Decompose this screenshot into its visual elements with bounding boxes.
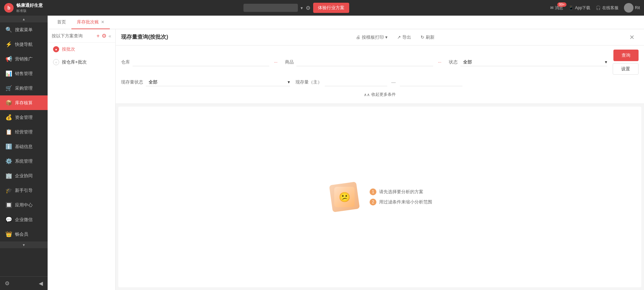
sidebar-item-purchase[interactable]: 🛒 采购管理 xyxy=(0,81,48,95)
scheme-panel-title: 按以下方案查询 xyxy=(52,33,95,39)
scheme-item-by-batch[interactable]: ● 按批次 xyxy=(48,43,115,56)
top-bar-center: ▾ ⚙ 体验行业方案 xyxy=(243,3,349,13)
sidebar-label-operation: 经营管理 xyxy=(15,129,33,135)
settings-icon-btn[interactable]: ⚙ xyxy=(306,5,310,11)
tab-home[interactable]: 首页 xyxy=(52,16,71,29)
sidebar-item-sales[interactable]: 📊 销售管理 xyxy=(0,66,48,81)
scheme-add-icon: + xyxy=(97,33,100,39)
user-avatar xyxy=(624,3,633,13)
sidebar-collapse-btn[interactable]: ◀ xyxy=(39,280,43,287)
status-dropdown-icon: ▾ xyxy=(605,59,607,65)
messages-item[interactable]: ✉ 消息 99+ xyxy=(550,5,563,11)
sidebar-scroll-up[interactable]: ▲ xyxy=(0,16,48,22)
top-bar: b 畅康通好生意 标准版 ▾ ⚙ 体验行业方案 ✉ 消息 99+ 📱 App下载… xyxy=(0,0,644,16)
sidebar-item-new-guide[interactable]: 🎓 新手引导 xyxy=(0,183,48,198)
stock-status-filter-group: 现存量状态 全部 ▾ xyxy=(121,78,290,86)
stock-qty-label: 现存量（主） xyxy=(295,79,322,85)
messages-badge: 99+ xyxy=(557,2,566,7)
brand-edition: 标准版 xyxy=(16,8,43,13)
sidebar-item-enterprise-wechat[interactable]: 💬 企业微信 xyxy=(0,212,48,227)
warehouse-input[interactable] xyxy=(133,58,269,66)
collapse-label: 收起更多条件 xyxy=(371,92,396,97)
product-input[interactable] xyxy=(296,58,433,66)
new-guide-icon: 🎓 xyxy=(5,187,12,194)
settings-button[interactable]: 设置 xyxy=(613,63,639,75)
warehouse-filter-group: 仓库 ··· xyxy=(121,58,279,66)
scheme-panel: 按以下方案查询 + ⚙ « ● 按批次 ○ xyxy=(48,29,116,290)
hint-text-1: 请先选择要分析的方案 xyxy=(379,189,423,195)
stock-qty-dash: — xyxy=(390,80,397,85)
trial-button[interactable]: 体验行业方案 xyxy=(313,3,349,13)
sidebar-item-finance[interactable]: 💰 资金管理 xyxy=(0,110,48,125)
query-button[interactable]: 查询 xyxy=(613,50,639,61)
sidebar-item-search-menu[interactable]: 🔍 搜索菜单 xyxy=(0,22,48,37)
sidebar-item-app-center[interactable]: 🔲 应用中心 xyxy=(0,198,48,212)
status-select[interactable]: 全部 正常 停用 xyxy=(460,58,605,66)
sidebar-scroll-down[interactable]: ▼ xyxy=(0,241,48,248)
collapse-up-icon: ∧∧ xyxy=(364,92,370,97)
export-label: 导出 xyxy=(402,34,411,40)
status-filter-group: 状态 全部 正常 停用 ▾ xyxy=(449,58,607,66)
sidebar-item-marketing[interactable]: 📢 营销推广 xyxy=(0,52,48,66)
scheme-label-by-batch: 按批次 xyxy=(62,46,75,52)
scheme-add-btn[interactable]: + xyxy=(97,33,100,39)
sidebar-label-enterprise-wechat: 企业微信 xyxy=(15,217,33,223)
stock-status-dropdown-icon: ▾ xyxy=(288,79,290,85)
print-template-label: 按模板打印 xyxy=(362,34,384,40)
empty-state: 😕 1 请先选择要分析的方案 2 用过滤条件来缩小分析范围 xyxy=(118,107,641,287)
app-download-item[interactable]: 📱 App下载 xyxy=(569,5,590,11)
brand-info: 畅康通好生意 标准版 xyxy=(16,3,43,13)
filter-area: 仓库 ··· 商品 ··· 状态 xyxy=(116,46,644,104)
tab-close-icon[interactable]: ✕ xyxy=(101,20,104,24)
sidebar-label-purchase: 采购管理 xyxy=(15,85,33,91)
scheme-collapse-icon: « xyxy=(108,33,111,39)
search-input[interactable] xyxy=(243,4,298,12)
refresh-btn[interactable]: ↻ 刷新 xyxy=(418,33,437,42)
tab-inventory-batch-label: 库存批次账 xyxy=(77,19,99,25)
scheme-item-by-warehouse-batch[interactable]: ○ 按仓库+批次 xyxy=(48,56,115,69)
search-dropdown-arrow[interactable]: ▾ xyxy=(301,5,303,11)
sidebar-item-quick-nav[interactable]: ⚡ 快捷导航 xyxy=(0,37,48,52)
filter-row-2: 现存量状态 全部 ▾ 现存量（主） — xyxy=(121,78,639,86)
sidebar-item-system[interactable]: ⚙️ 系统管理 xyxy=(0,154,48,168)
print-template-btn[interactable]: 🖨 按模板打印 ▾ xyxy=(353,33,390,42)
product-filter-group: 商品 ··· xyxy=(285,58,443,66)
export-btn[interactable]: ↗ 导出 xyxy=(394,33,414,42)
stock-qty-min-input[interactable] xyxy=(325,78,387,86)
sidebar-label-system: 系统管理 xyxy=(15,158,33,164)
stock-status-select[interactable]: 全部 xyxy=(146,78,288,86)
sidebar-item-operation[interactable]: 📋 经营管理 xyxy=(0,125,48,139)
scheme-collapse-btn[interactable]: « xyxy=(108,33,111,39)
main-layout: ▲ 🔍 搜索菜单 ⚡ 快捷导航 📢 营销推广 📊 销售管理 🛒 采购管理 📦 库… xyxy=(0,16,644,290)
sidebar-item-basic-info[interactable]: ℹ️ 基础信息 xyxy=(0,139,48,154)
user-item[interactable]: Rit xyxy=(624,3,640,13)
sidebar-label-basic-info: 基础信息 xyxy=(15,144,33,150)
tab-home-label: 首页 xyxy=(57,19,66,25)
enterprise-wechat-icon: 💬 xyxy=(5,216,12,223)
warehouse-more-btn[interactable]: ··· xyxy=(272,59,279,65)
sidebar-label-finance: 资金管理 xyxy=(15,114,33,121)
panel-close-btn[interactable]: ✕ xyxy=(625,31,639,44)
hint-text-2: 用过滤条件来缩小分析范围 xyxy=(379,199,432,205)
tab-bar: 首页 库存批次账 ✕ xyxy=(48,16,644,29)
product-label: 商品 xyxy=(285,59,294,65)
online-service-item[interactable]: 🎧 在线客服 xyxy=(596,5,618,11)
sidebar-item-member[interactable]: 👑 畅会员 xyxy=(0,227,48,241)
sidebar-item-inventory[interactable]: 📦 库存核算 xyxy=(0,95,48,110)
scheme-settings-btn[interactable]: ⚙ xyxy=(102,33,106,39)
product-more-btn[interactable]: ··· xyxy=(436,59,443,65)
tab-inventory-batch[interactable]: 库存批次账 ✕ xyxy=(71,16,110,29)
stock-qty-filter-group: 现存量（主） — xyxy=(295,78,464,86)
app-download-label: App下载 xyxy=(575,5,590,11)
stock-qty-max-input[interactable] xyxy=(400,78,462,86)
hint-number-1: 1 xyxy=(370,188,376,195)
sidebar-settings-btn[interactable]: ⚙ xyxy=(5,280,10,287)
print-dropdown-icon[interactable]: ▾ xyxy=(385,35,388,40)
sidebar-item-enterprise[interactable]: 🏢 企业协同 xyxy=(0,168,48,183)
collapse-more-btn[interactable]: ∧∧ 收起更多条件 xyxy=(364,90,396,99)
basic-info-icon: ℹ️ xyxy=(5,143,12,150)
system-icon: ⚙️ xyxy=(5,158,12,164)
content-area: 首页 库存批次账 ✕ 按以下方案查询 + ⚙ xyxy=(48,16,644,290)
sales-icon: 📊 xyxy=(5,70,12,77)
member-icon: 👑 xyxy=(5,231,12,237)
